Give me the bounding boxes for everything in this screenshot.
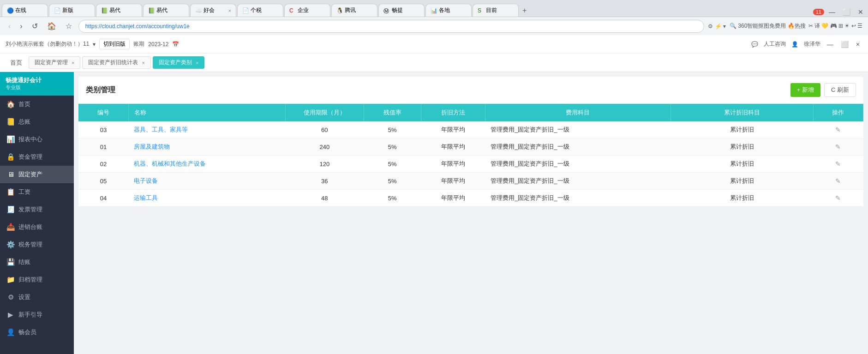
sidebar-item-tax[interactable]: ⚙️ 税务管理	[0, 236, 74, 253]
cell-accumulated-2: 累计折旧	[670, 156, 813, 173]
address-input[interactable]	[78, 20, 705, 33]
tab-icon-8: 🐧	[336, 7, 343, 14]
cell-name-2[interactable]: 机器、机械和其他生产设备	[128, 156, 285, 173]
reload-button[interactable]: ↺	[29, 21, 41, 31]
cell-edit-1[interactable]: ✎	[813, 138, 863, 156]
browser-tab-4[interactable]: 📗 易代	[143, 4, 189, 17]
back-button[interactable]: ‹	[6, 21, 13, 31]
sidebar-item-closing[interactable]: 💾 结账	[0, 253, 74, 271]
app-window-close[interactable]: ×	[853, 40, 862, 49]
sidebar-logo: 畅捷通好会计 专业版	[0, 72, 74, 96]
cell-method-1: 年限平均	[421, 138, 485, 156]
browser-tab-3[interactable]: 📗 易代	[96, 4, 142, 17]
browser-chrome: 🔵 在线 📄 新版 📗 易代 📗 易代 ☁️ 好会 × 📄 个税 C 企业	[0, 0, 868, 35]
cell-edit-4[interactable]: ✎	[813, 190, 863, 207]
edit-icon-3[interactable]: ✎	[835, 177, 841, 185]
ledger-icon: 📒	[6, 118, 15, 126]
switch-version-button[interactable]: 切到旧版	[99, 39, 130, 49]
browser-tab-5-close[interactable]: ×	[228, 8, 231, 13]
app-window-min[interactable]: —	[824, 40, 836, 49]
tab-asset-category-close[interactable]: ×	[196, 60, 198, 66]
page-title: 类别管理	[86, 85, 115, 95]
cell-name-3[interactable]: 电子设备	[128, 173, 285, 190]
tab-icon-5: ☁️	[195, 7, 202, 14]
cell-method-4: 年限平均	[421, 190, 485, 207]
window-close-button[interactable]: ✕	[855, 7, 866, 17]
col-header-id: 编号	[78, 104, 128, 121]
sidebar-item-home[interactable]: 🏠 首页	[0, 96, 74, 113]
period-label: 账期	[133, 40, 144, 48]
forward-button[interactable]: ›	[17, 21, 25, 31]
sidebar-item-changjie[interactable]: 👤 畅会员	[0, 324, 74, 341]
cell-expense-0: 管理费用_固定资产折旧_一级	[485, 121, 670, 138]
browser-tab-1[interactable]: 🔵 在线	[2, 4, 48, 17]
browser-tab-10[interactable]: 📊 各地	[425, 4, 472, 17]
cell-name-0[interactable]: 器具、工具、家具等	[128, 121, 285, 138]
home-button[interactable]: 🏠	[44, 21, 59, 31]
payroll-icon: 📋	[6, 188, 15, 196]
period-value: 2023-12	[148, 41, 168, 48]
col-header-accumulated: 累计折旧科目	[670, 104, 813, 121]
tab-depreciation-table-close[interactable]: ×	[142, 60, 144, 66]
sidebar-item-invoice[interactable]: 🧾 发票管理	[0, 201, 74, 218]
browser-tab-8[interactable]: 🐧 腾讯	[331, 4, 377, 17]
app-window-restore[interactable]: ⬜	[838, 40, 851, 49]
browser-tab-6[interactable]: 📄 个税	[237, 4, 283, 17]
cell-name-1[interactable]: 房屋及建筑物	[128, 138, 285, 156]
cell-edit-3[interactable]: ✎	[813, 173, 863, 190]
sidebar-item-payroll[interactable]: 📋 工资	[0, 183, 74, 201]
archive-icon: 📁	[6, 276, 15, 284]
browser-tab-9[interactable]: Ⓜ 畅提	[378, 4, 425, 17]
settings-icon: ⚙	[6, 293, 15, 301]
cell-edit-2[interactable]: ✎	[813, 156, 863, 173]
tab-asset-category[interactable]: 固定资产类别 ×	[153, 56, 204, 69]
edit-icon-0[interactable]: ✎	[835, 126, 841, 133]
site-controls: ⚙ ⚡ ▾	[708, 23, 726, 30]
bookmark-button[interactable]: ☆	[63, 21, 75, 31]
add-button[interactable]: + 新增	[790, 83, 820, 97]
refresh-button[interactable]: C 刷新	[824, 83, 856, 97]
tab-fixed-asset-mgmt[interactable]: 固定资产管理 ×	[29, 56, 80, 69]
closing-icon: 💾	[6, 258, 15, 266]
cell-residual-0: 5%	[364, 121, 421, 138]
edit-icon-2[interactable]: ✎	[835, 160, 841, 168]
cell-accumulated-3: 累计折旧	[670, 173, 813, 190]
calendar-icon[interactable]: 📅	[172, 41, 179, 48]
invoice-icon: 🧾	[6, 205, 15, 214]
edit-icon-4[interactable]: ✎	[835, 194, 841, 202]
browser-tab-7[interactable]: C 企业	[284, 4, 330, 17]
browser-tab-11[interactable]: S 目前	[473, 4, 519, 17]
tab-home[interactable]: 首页	[6, 57, 27, 69]
cell-method-0: 年限平均	[421, 121, 485, 138]
table-row: 01 房屋及建筑物 240 5% 年限平均 管理费用_固定资产折旧_一级 累计折…	[78, 138, 863, 156]
sidebar-item-reports[interactable]: 📊 报表中心	[0, 131, 74, 148]
sidebar-item-guide[interactable]: ▶ 新手引导	[0, 306, 74, 324]
table-row: 04 运输工具 48 5% 年限平均 管理费用_固定资产折旧_一级 累计折旧 ✎	[78, 190, 863, 207]
sidebar-item-settings[interactable]: ⚙ 设置	[0, 288, 74, 306]
browser-tab-5[interactable]: ☁️ 好会 ×	[190, 4, 236, 17]
tab-icon-10: 📊	[431, 7, 437, 14]
new-tab-button[interactable]: +	[520, 6, 529, 15]
cell-residual-1: 5%	[364, 138, 421, 156]
tab-depreciation-table[interactable]: 固定资产折旧统计表 ×	[82, 56, 150, 69]
window-minimize-button[interactable]: —	[826, 7, 838, 17]
col-header-months: 使用期限（月）	[285, 104, 364, 121]
table-body: 03 器具、工具、家具等 60 5% 年限平均 管理费用_固定资产折旧_一级 累…	[78, 121, 863, 207]
tab-icon-4: 📗	[148, 7, 155, 14]
browser-tab-2[interactable]: 📄 新版	[49, 4, 95, 17]
window-restore-button[interactable]: ⬜	[840, 7, 853, 17]
sidebar-item-fixed-assets[interactable]: 🖥 固定资产	[0, 166, 74, 183]
dropdown-icon[interactable]: ▾	[93, 41, 96, 48]
edit-icon-1[interactable]: ✎	[835, 143, 841, 150]
sidebar-item-funds[interactable]: 🔒 资金管理	[0, 148, 74, 166]
cell-name-4[interactable]: 运输工具	[128, 190, 285, 207]
service-label[interactable]: 人工咨询	[764, 40, 786, 48]
tab-fixed-asset-mgmt-close[interactable]: ×	[72, 60, 74, 66]
tab-icon-2: 📄	[54, 7, 60, 14]
cell-id-1: 01	[78, 138, 128, 156]
sidebar-item-purchase-sales[interactable]: 📥 进销台账	[0, 218, 74, 236]
app-wrapper: 刘小艳演示账套（勿删勿动！）11 ▾ 切到旧版 账期 2023-12 📅 💬 人…	[0, 35, 868, 354]
sidebar-item-archive[interactable]: 📁 归档管理	[0, 271, 74, 288]
sidebar-item-ledger[interactable]: 📒 总账	[0, 113, 74, 131]
cell-edit-0[interactable]: ✎	[813, 121, 863, 138]
